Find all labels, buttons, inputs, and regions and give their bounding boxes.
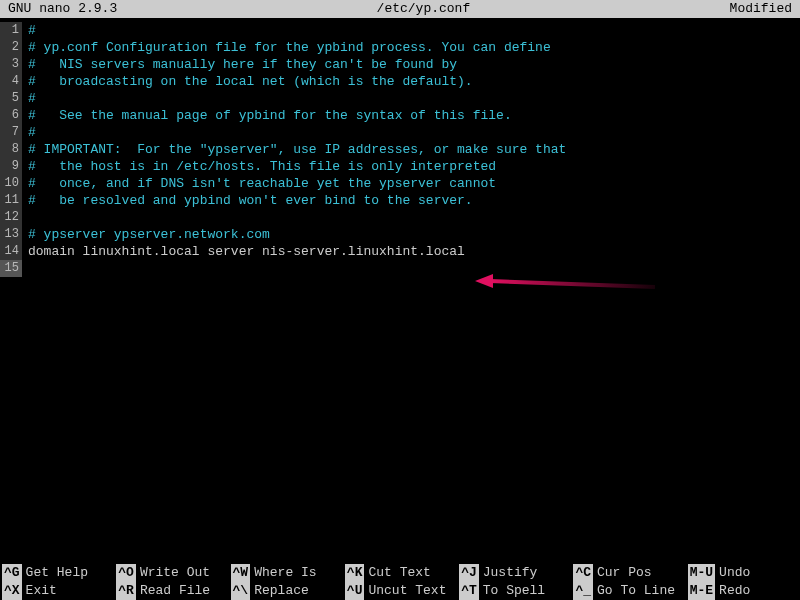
shortcut-key: ^K — [345, 564, 365, 582]
editor-line[interactable]: 1# — [0, 22, 800, 39]
line-number: 3 — [0, 56, 22, 73]
line-content: # IMPORTANT: For the "ypserver", use IP … — [22, 141, 566, 158]
editor-line[interactable]: 3# NIS servers manually here if they can… — [0, 56, 800, 73]
shortcut-key: ^J — [459, 564, 479, 582]
shortcut-bar: ^GGet Help^OWrite Out^WWhere Is^KCut Tex… — [0, 564, 800, 600]
line-number: 13 — [0, 226, 22, 243]
line-content: # NIS servers manually here if they can'… — [22, 56, 457, 73]
editor-line[interactable]: 14domain linuxhint.local server nis-serv… — [0, 243, 800, 260]
line-content: domain linuxhint.local server nis-server… — [22, 243, 465, 260]
editor-line[interactable]: 7# — [0, 124, 800, 141]
line-content: # broadcasting on the local net (which i… — [22, 73, 473, 90]
line-number: 4 — [0, 73, 22, 90]
shortcut-item[interactable]: ^CCur Pos — [571, 564, 685, 582]
shortcut-label: Cut Text — [368, 564, 430, 582]
shortcut-item[interactable]: ^TTo Spell — [457, 582, 571, 600]
shortcut-label: Get Help — [26, 564, 88, 582]
shortcut-key: ^X — [2, 582, 22, 600]
shortcut-key: ^\ — [231, 582, 251, 600]
shortcut-item[interactable]: ^WWhere Is — [229, 564, 343, 582]
shortcut-key: ^G — [2, 564, 22, 582]
shortcut-key: ^W — [231, 564, 251, 582]
shortcut-label: Uncut Text — [368, 582, 446, 600]
shortcut-label: Redo — [719, 582, 750, 600]
shortcut-key: M-U — [688, 564, 715, 582]
line-number: 7 — [0, 124, 22, 141]
shortcut-key: ^R — [116, 582, 136, 600]
line-number: 11 — [0, 192, 22, 209]
shortcut-label: Undo — [719, 564, 750, 582]
line-number: 15 — [0, 260, 22, 277]
shortcut-key: ^C — [573, 564, 593, 582]
shortcut-key: ^U — [345, 582, 365, 600]
shortcut-item[interactable]: M-UUndo — [686, 564, 800, 582]
shortcut-item[interactable]: ^GGet Help — [0, 564, 114, 582]
line-number: 12 — [0, 209, 22, 226]
shortcut-label: Justify — [483, 564, 538, 582]
line-content: # — [22, 90, 36, 107]
line-number: 2 — [0, 39, 22, 56]
editor-line[interactable]: 5# — [0, 90, 800, 107]
editor-line[interactable]: 11# be resolved and ypbind won't ever bi… — [0, 192, 800, 209]
shortcut-row-2: ^XExit^RRead File^\Replace^UUncut Text^T… — [0, 582, 800, 600]
shortcut-key: ^_ — [573, 582, 593, 600]
shortcut-key: ^T — [459, 582, 479, 600]
shortcut-label: Read File — [140, 582, 210, 600]
app-name: GNU nano 2.9.3 — [8, 0, 117, 18]
shortcut-label: Write Out — [140, 564, 210, 582]
editor-area[interactable]: 1#2# yp.conf Configuration file for the … — [0, 18, 800, 564]
editor-line[interactable]: 8# IMPORTANT: For the "ypserver", use IP… — [0, 141, 800, 158]
line-content: # once, and if DNS isn't reachable yet t… — [22, 175, 496, 192]
shortcut-label: Where Is — [254, 564, 316, 582]
shortcut-key: M-E — [688, 582, 715, 600]
editor-line[interactable]: 4# broadcasting on the local net (which … — [0, 73, 800, 90]
shortcut-item[interactable]: ^\Replace — [229, 582, 343, 600]
shortcut-label: Cur Pos — [597, 564, 652, 582]
line-number: 5 — [0, 90, 22, 107]
shortcut-row-1: ^GGet Help^OWrite Out^WWhere Is^KCut Tex… — [0, 564, 800, 582]
line-content: # — [22, 124, 36, 141]
shortcut-item[interactable]: ^UUncut Text — [343, 582, 457, 600]
editor-line[interactable]: 6# See the manual page of ypbind for the… — [0, 107, 800, 124]
shortcut-label: Replace — [254, 582, 309, 600]
shortcut-item[interactable]: ^JJustify — [457, 564, 571, 582]
shortcut-item[interactable]: ^OWrite Out — [114, 564, 228, 582]
shortcut-item[interactable]: ^KCut Text — [343, 564, 457, 582]
shortcut-label: To Spell — [483, 582, 545, 600]
line-number: 14 — [0, 243, 22, 260]
line-number: 9 — [0, 158, 22, 175]
line-number: 8 — [0, 141, 22, 158]
line-content: # the host is in /etc/hosts. This file i… — [22, 158, 496, 175]
line-content — [22, 209, 28, 226]
line-content: # See the manual page of ypbind for the … — [22, 107, 512, 124]
line-number: 10 — [0, 175, 22, 192]
title-bar: GNU nano 2.9.3 /etc/yp.conf Modified — [0, 0, 800, 18]
line-content: # ypserver ypserver.network.com — [22, 226, 270, 243]
file-path: /etc/yp.conf — [117, 0, 729, 18]
shortcut-item[interactable]: M-ERedo — [686, 582, 800, 600]
editor-line[interactable]: 10# once, and if DNS isn't reachable yet… — [0, 175, 800, 192]
shortcut-item[interactable]: ^_Go To Line — [571, 582, 685, 600]
shortcut-key: ^O — [116, 564, 136, 582]
line-number: 1 — [0, 22, 22, 39]
shortcut-label: Exit — [26, 582, 57, 600]
shortcut-item[interactable]: ^XExit — [0, 582, 114, 600]
editor-line[interactable]: 13# ypserver ypserver.network.com — [0, 226, 800, 243]
editor-line[interactable]: 15 — [0, 260, 800, 277]
line-content: # — [22, 22, 36, 39]
shortcut-label: Go To Line — [597, 582, 675, 600]
line-content: # be resolved and ypbind won't ever bind… — [22, 192, 473, 209]
line-content: # yp.conf Configuration file for the ypb… — [22, 39, 551, 56]
modified-status: Modified — [730, 0, 792, 18]
editor-line[interactable]: 9# the host is in /etc/hosts. This file … — [0, 158, 800, 175]
line-number: 6 — [0, 107, 22, 124]
editor-line[interactable]: 12 — [0, 209, 800, 226]
line-content — [22, 260, 28, 277]
editor-line[interactable]: 2# yp.conf Configuration file for the yp… — [0, 39, 800, 56]
shortcut-item[interactable]: ^RRead File — [114, 582, 228, 600]
